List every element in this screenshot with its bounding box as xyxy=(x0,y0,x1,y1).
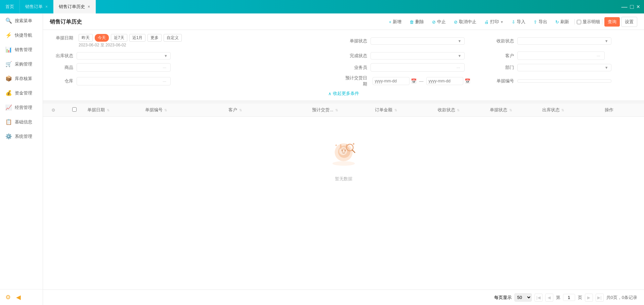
tab-sales-order[interactable]: 销售订单 × xyxy=(20,0,53,13)
select-all-checkbox[interactable] xyxy=(72,107,77,112)
th-amount[interactable]: 订单金额 ⇅ xyxy=(372,104,435,117)
warehouse-ellipsis[interactable]: ··· xyxy=(161,79,168,84)
sidebar-item-search[interactable]: 🔍 搜索菜单 xyxy=(0,13,43,28)
query-button[interactable]: 查询 xyxy=(604,17,620,27)
print-button[interactable]: 🖨 打印 ▼ xyxy=(481,17,507,27)
data-table: ⚙ 单据日期 ⇅ 单据编号 ⇅ xyxy=(43,104,644,117)
filter-row-4: 仓库 ··· 预计交货日期 📅 — 📅 单据编号 xyxy=(50,75,637,87)
out-status-select[interactable]: ▼ xyxy=(77,52,171,60)
th-bill-status[interactable]: 单据状态 ⇅ xyxy=(487,104,540,117)
sidebar-item-base-info[interactable]: 📋 基础信息 xyxy=(0,115,43,129)
date-yesterday[interactable]: 昨天 xyxy=(79,34,93,42)
tab-sales-order-label: 销售订单 xyxy=(25,4,43,10)
sidebar-item-sales[interactable]: 📊 销售管理 xyxy=(0,42,43,57)
tab-sales-order-history-close[interactable]: × xyxy=(88,4,90,9)
cancel-stop-button[interactable]: ⊘ 取消中止 xyxy=(450,17,480,27)
total-info: 共0页，0条记录 xyxy=(606,295,637,301)
salesperson-ellipsis[interactable]: ··· xyxy=(455,65,462,70)
goods-label: 商品 xyxy=(50,65,77,71)
sidebar-collapse-icon[interactable]: ◀ xyxy=(16,294,21,301)
th-number[interactable]: 单据编号 ⇅ xyxy=(142,104,226,117)
import-button[interactable]: ⇩ 导入 xyxy=(508,17,529,27)
bill-status-select[interactable]: ▼ xyxy=(371,37,465,45)
last-page-button[interactable]: ▶| xyxy=(596,294,604,302)
page-title: 销售订单历史 xyxy=(50,18,82,26)
sidebar-item-finance[interactable]: 💰 资金管理 xyxy=(0,86,43,100)
tab-sales-order-history[interactable]: 销售订单历史 × xyxy=(53,0,96,13)
payment-status-select[interactable]: ▼ xyxy=(517,37,611,45)
settings-button[interactable]: 设置 xyxy=(621,17,637,27)
table-settings-icon[interactable]: ⚙ xyxy=(51,108,55,113)
filter-row-2: 出库状态 ▼ 完成状态 ▼ 客户 ··· xyxy=(50,51,637,60)
payment-status-label: 收款状态 xyxy=(490,38,517,44)
inventory-icon: 📦 xyxy=(5,75,12,82)
th-pay-status[interactable]: 收款状态 ⇅ xyxy=(435,104,487,117)
th-delivery[interactable]: 预计交货... ⇅ xyxy=(309,104,372,117)
sort-customer-icon: ⇅ xyxy=(239,108,242,112)
chevron-up-icon: ∧ xyxy=(328,91,332,96)
page-number-input[interactable] xyxy=(563,294,575,301)
date-range-display: 2023-06-02 至 2023-06-02 xyxy=(79,43,126,47)
stop-button[interactable]: ⊘ 中止 xyxy=(429,17,449,27)
goods-input[interactable]: ··· xyxy=(77,63,171,72)
customer-input[interactable]: ··· xyxy=(517,51,605,60)
display-cols-checkbox[interactable] xyxy=(577,20,581,24)
dept-select[interactable]: ▼ xyxy=(517,64,611,71)
maximize-icon[interactable]: □ xyxy=(630,3,634,10)
new-button[interactable]: + 新增 xyxy=(386,17,405,27)
refresh-button[interactable]: ↻ 刷新 xyxy=(552,17,572,27)
export-button[interactable]: ⇧ 导出 xyxy=(530,17,551,27)
next-page-button[interactable]: ▶ xyxy=(585,294,593,302)
purchase-icon: 🛒 xyxy=(5,61,12,67)
goods-ellipsis[interactable]: ··· xyxy=(161,65,168,70)
collapse-filters[interactable]: ∧ 收起更多条件 xyxy=(50,90,637,97)
sidebar-item-purchase[interactable]: 🛒 采购管理 xyxy=(0,57,43,71)
calendar-start-icon[interactable]: 📅 xyxy=(411,78,417,84)
delivery-date-start[interactable] xyxy=(373,77,410,85)
delivery-date-end[interactable] xyxy=(426,77,463,85)
minimize-icon[interactable]: — xyxy=(621,3,628,10)
sort-number-icon: ⇅ xyxy=(164,108,167,112)
customer-label: 客户 xyxy=(490,53,517,59)
th-customer[interactable]: 客户 ⇅ xyxy=(226,104,309,117)
svg-text:✦: ✦ xyxy=(352,142,355,146)
warehouse-input[interactable]: ··· xyxy=(77,77,171,85)
stop-icon: ⊘ xyxy=(432,20,436,25)
th-date[interactable]: 单据日期 ⇅ xyxy=(85,104,142,117)
complete-status-select[interactable]: ▼ xyxy=(371,52,465,60)
sidebar-settings-icon[interactable]: ⚙ xyxy=(5,294,11,301)
page-size-select[interactable]: 50 10 20 100 xyxy=(514,293,532,302)
sidebar-item-inventory[interactable]: 📦 库存核算 xyxy=(0,71,43,86)
date-today[interactable]: 今天 xyxy=(95,34,109,42)
base-info-icon: 📋 xyxy=(5,119,12,125)
date-last-month[interactable]: 近1月 xyxy=(129,34,146,42)
date-custom[interactable]: 自定义 xyxy=(164,34,182,42)
customer-ellipsis[interactable]: ··· xyxy=(595,53,602,58)
date-last7[interactable]: 近7天 xyxy=(111,34,127,42)
th-out-status[interactable]: 出库状态 ⇅ xyxy=(540,104,602,117)
close-icon[interactable]: × xyxy=(636,3,640,10)
import-icon: ⇩ xyxy=(512,20,515,25)
out-status-label: 出库状态 xyxy=(50,53,77,59)
calendar-end-icon[interactable]: 📅 xyxy=(465,78,470,84)
filter-col-bill-status: 单据状态 ▼ xyxy=(344,37,490,45)
bill-number-input[interactable] xyxy=(517,79,611,83)
date-more[interactable]: 更多 xyxy=(147,34,162,42)
print-dropdown-icon: ▼ xyxy=(500,20,504,24)
bill-status-label: 单据状态 xyxy=(344,38,371,44)
finance-icon: 💰 xyxy=(5,90,12,96)
refresh-icon: ↻ xyxy=(555,20,559,25)
prev-page-button[interactable]: ◀ xyxy=(545,294,553,302)
sidebar-item-system[interactable]: ⚙️ 系统管理 xyxy=(0,129,43,144)
first-page-button[interactable]: |◀ xyxy=(534,294,543,302)
salesperson-input[interactable]: ··· xyxy=(371,63,465,72)
sidebar-item-operation[interactable]: 📈 经营管理 xyxy=(0,100,43,115)
delete-button[interactable]: 🗑 删除 xyxy=(406,17,427,27)
sidebar-item-quick-nav[interactable]: ⚡ 快捷导航 xyxy=(0,28,43,42)
filter-col-salesperson: 业务员 ··· xyxy=(344,63,490,72)
tab-home[interactable]: 首页 xyxy=(0,0,20,13)
display-cols-label[interactable]: 显示明细 xyxy=(577,19,600,25)
sidebar-item-purchase-label: 采购管理 xyxy=(15,61,32,67)
tab-sales-order-close[interactable]: × xyxy=(45,4,48,9)
th-settings: ⚙ xyxy=(43,104,64,117)
